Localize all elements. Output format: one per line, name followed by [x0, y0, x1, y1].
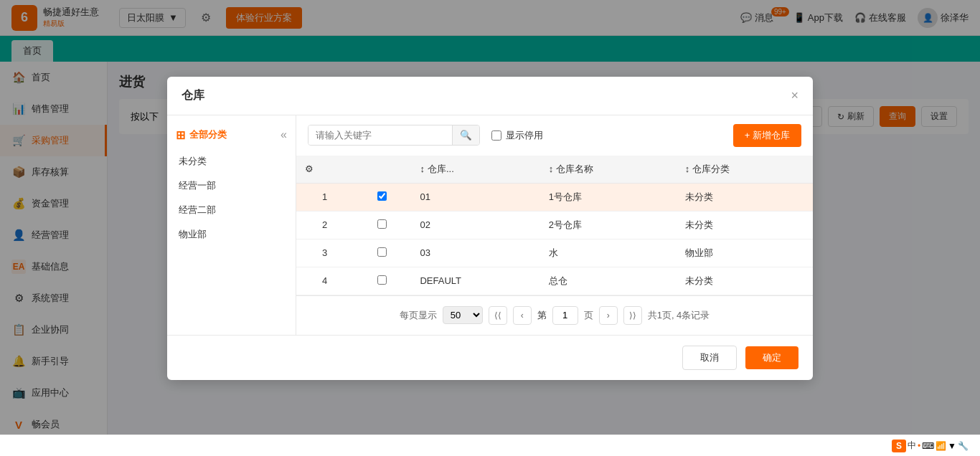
brand-s-icon: S: [892, 440, 906, 452]
status-bar: S 中 • ⌨ 📶 ▼ 🔧: [0, 434, 980, 456]
row-settings: 1: [296, 183, 353, 211]
status-dot: •: [918, 441, 920, 451]
table-header-row: ⚙ ↕ 仓库...: [296, 156, 813, 184]
modal-title: 仓库: [182, 88, 204, 103]
show-disabled-label[interactable]: 显示停用: [491, 129, 543, 142]
modal-footer: 取消 确定: [167, 335, 813, 380]
add-warehouse-button[interactable]: + 新增仓库: [733, 124, 801, 147]
prev-page-button[interactable]: ‹: [513, 306, 532, 325]
status-keyboard-icon: ⌨: [922, 441, 934, 451]
th-settings: ⚙: [296, 156, 353, 184]
table-toolbar: 🔍 显示停用 + 新增仓库: [296, 115, 813, 156]
page-label: 第: [537, 309, 547, 322]
row-code: 02: [411, 211, 540, 239]
row-name: 总仓: [540, 267, 677, 295]
category-item-property[interactable]: 物业部: [167, 222, 296, 247]
show-disabled-checkbox[interactable]: [491, 130, 501, 141]
pagination: 每页显示 50 100 200 ⟨⟨ ‹ 第 页 › ⟩⟩ 共1页, 4条记录: [296, 295, 813, 335]
row-category: 未分类: [677, 183, 813, 211]
modal-header: 仓库 ×: [167, 77, 813, 115]
table-row[interactable]: 3 03 水 物业部: [296, 239, 813, 267]
row-category: 未分类: [677, 267, 813, 295]
status-network-icon: 📶: [936, 441, 946, 451]
row-code: 03: [411, 239, 540, 267]
modal-close-button[interactable]: ×: [791, 88, 798, 103]
search-input[interactable]: [308, 125, 452, 145]
page-size-select[interactable]: 50 100 200: [443, 306, 483, 324]
th-code: ↕ 仓库...: [411, 156, 540, 184]
row-code: 01: [411, 183, 540, 211]
category-header: ⊞ 全部分类 «: [167, 124, 296, 149]
page-number-input[interactable]: [552, 306, 578, 325]
modal-body: ⊞ 全部分类 « 未分类 经营一部 经营二部 物业部 🔍: [167, 115, 813, 335]
status-tool-icon: 🔧: [958, 441, 969, 451]
search-button[interactable]: 🔍: [452, 125, 479, 145]
next-page-button[interactable]: ›: [599, 306, 618, 325]
row-checkbox[interactable]: [353, 267, 411, 295]
table-body: 1 01 1号仓库 未分类 2 02 2号仓库 未分类 3 03 水 物业部 4…: [296, 183, 813, 295]
th-checkbox: [353, 156, 411, 184]
grid-icon: ⊞: [176, 128, 185, 142]
table-head: ⚙ ↕ 仓库...: [296, 156, 813, 184]
row-category: 物业部: [677, 239, 813, 267]
first-page-button[interactable]: ⟨⟨: [489, 306, 507, 325]
table-row[interactable]: 4 DEFAULT 总仓 未分类: [296, 267, 813, 295]
status-dropdown-icon: ▼: [948, 441, 956, 451]
table-row[interactable]: 2 02 2号仓库 未分类: [296, 211, 813, 239]
row-settings: 4: [296, 267, 353, 295]
row-checkbox[interactable]: [353, 239, 411, 267]
th-category: ↕ 仓库分类: [677, 156, 813, 184]
row-checkbox[interactable]: [353, 211, 411, 239]
page-unit: 页: [584, 309, 593, 322]
total-info: 共1页, 4条记录: [648, 309, 710, 322]
category-item-operations2[interactable]: 经营二部: [167, 198, 296, 222]
status-cn-label: 中: [908, 440, 916, 452]
table-row[interactable]: 1 01 1号仓库 未分类: [296, 183, 813, 211]
search-box: 🔍: [308, 125, 480, 146]
row-name: 1号仓库: [540, 183, 677, 211]
all-categories-button[interactable]: ⊞ 全部分类: [176, 128, 227, 142]
row-name: 水: [540, 239, 677, 267]
row-name: 2号仓库: [540, 211, 677, 239]
table-container: ⚙ ↕ 仓库...: [296, 156, 813, 295]
last-page-button[interactable]: ⟩⟩: [623, 306, 642, 325]
th-name: ↕ 仓库名称: [540, 156, 677, 184]
cancel-button[interactable]: 取消: [682, 346, 737, 370]
modal-overlay: 仓库 × ⊞ 全部分类 « 未分类 经营一部 经营二部 物业部: [0, 0, 980, 456]
row-settings: 2: [296, 211, 353, 239]
category-item-unclassified[interactable]: 未分类: [167, 149, 296, 174]
row-code: DEFAULT: [411, 267, 540, 295]
row-settings: 3: [296, 239, 353, 267]
confirm-button[interactable]: 确定: [745, 346, 798, 369]
row-checkbox[interactable]: [353, 183, 411, 211]
warehouse-table: ⚙ ↕ 仓库...: [296, 156, 813, 295]
warehouse-modal: 仓库 × ⊞ 全部分类 « 未分类 经营一部 经营二部 物业部: [167, 77, 813, 380]
table-area: 🔍 显示停用 + 新增仓库: [296, 115, 813, 335]
category-item-operations1[interactable]: 经营一部: [167, 174, 296, 198]
category-collapse-button[interactable]: «: [281, 128, 287, 141]
category-sidebar: ⊞ 全部分类 « 未分类 经营一部 经营二部 物业部: [167, 115, 296, 335]
row-category: 未分类: [677, 211, 813, 239]
